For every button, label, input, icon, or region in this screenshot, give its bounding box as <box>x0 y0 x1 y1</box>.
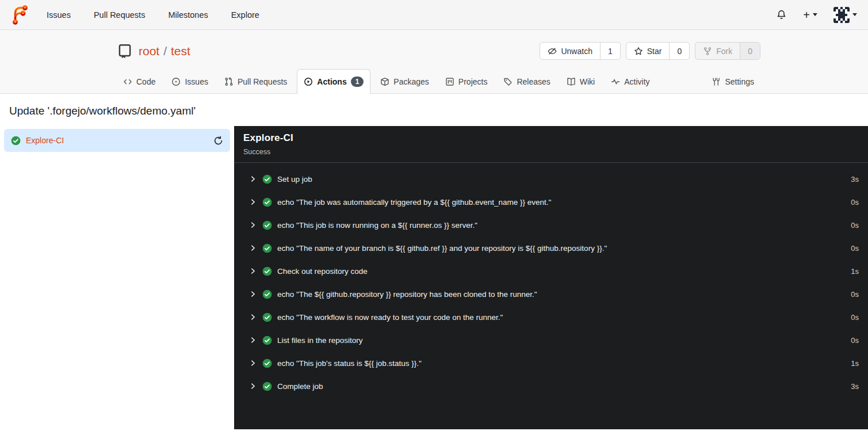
step-row[interactable]: Check out repository code 1s <box>249 260 859 283</box>
notifications-button[interactable] <box>776 9 787 20</box>
check-circle-icon <box>262 220 272 230</box>
step-name: List files in the repository <box>277 336 846 345</box>
chevron-right-icon <box>249 221 257 229</box>
tab-label: Releases <box>517 77 550 86</box>
tab-label: Pull Requests <box>238 77 287 86</box>
chevron-right-icon <box>249 198 257 206</box>
create-new-dropdown[interactable]: + <box>803 9 817 21</box>
forgejo-logo-icon[interactable] <box>11 5 29 25</box>
tab-projects[interactable]: Projects <box>439 70 494 93</box>
chevron-down-icon <box>813 13 817 16</box>
step-row[interactable]: Complete job 3s <box>249 375 859 398</box>
star-label: Star <box>647 47 662 56</box>
job-item-explore-ci[interactable]: Explore-CI <box>4 129 230 152</box>
step-duration: 3s <box>851 175 859 184</box>
step-row[interactable]: echo "The ${{ github.repository }} repos… <box>249 283 859 306</box>
book-open-icon <box>567 77 576 86</box>
repo-action-buttons: Unwatch 1 Star 0 <box>540 42 760 60</box>
repo-separator: / <box>163 44 167 58</box>
job-name: Explore-CI <box>26 136 208 145</box>
step-row[interactable]: echo "The job was automatically triggere… <box>249 190 859 213</box>
step-row[interactable]: List files in the repository 0s <box>249 329 859 352</box>
run-layout: Explore-CI Explore-CI Success Set up job… <box>0 126 868 429</box>
check-circle-icon <box>262 197 272 207</box>
issue-icon <box>171 77 181 86</box>
check-circle-icon <box>262 358 272 368</box>
user-menu-dropdown[interactable] <box>833 7 857 23</box>
nav-pull-requests[interactable]: Pull Requests <box>94 10 145 20</box>
unwatch-button[interactable]: Unwatch 1 <box>540 42 620 60</box>
chevron-down-icon <box>852 13 857 16</box>
tab-label: Code <box>136 77 155 86</box>
step-duration: 1s <box>851 359 859 368</box>
primary-nav: Issues Pull Requests Milestones Explore <box>47 10 259 20</box>
watch-count[interactable]: 1 <box>600 43 620 59</box>
step-name: echo "The name of your branch is ${{ git… <box>277 244 846 253</box>
step-row[interactable]: echo "The name of your branch is ${{ git… <box>249 237 859 260</box>
avatar <box>833 7 850 23</box>
repo-name-link[interactable]: test <box>171 44 190 58</box>
page-title: Update '.forgejo/workflows/demo.yaml' <box>9 105 859 117</box>
tab-code[interactable]: Code <box>117 70 162 93</box>
chevron-right-icon <box>249 359 257 367</box>
bell-icon <box>776 9 787 20</box>
nav-milestones[interactable]: Milestones <box>168 10 208 20</box>
tab-pull-requests[interactable]: Pull Requests <box>218 70 293 93</box>
tab-activity[interactable]: Activity <box>605 70 656 93</box>
check-circle-icon <box>262 174 272 184</box>
tab-packages[interactable]: Packages <box>374 70 435 93</box>
step-duration: 0s <box>851 244 859 253</box>
nav-issues[interactable]: Issues <box>47 10 71 20</box>
tab-settings[interactable]: Settings <box>705 70 760 93</box>
eye-slash-icon <box>548 47 557 56</box>
step-name: Set up job <box>277 175 846 184</box>
plus-icon: + <box>803 9 810 21</box>
tab-actions[interactable]: Actions 1 <box>297 69 370 94</box>
check-circle-icon <box>262 266 272 276</box>
step-duration: 0s <box>851 290 859 299</box>
repo-icon <box>117 43 133 59</box>
step-name: echo "The ${{ github.repository }} repos… <box>277 290 846 299</box>
rerun-sync-icon[interactable] <box>213 136 223 146</box>
steps-list: Set up job 3s echo "The job was automati… <box>234 163 868 398</box>
step-duration: 0s <box>851 313 859 322</box>
chevron-right-icon <box>249 267 257 275</box>
nav-explore[interactable]: Explore <box>231 10 259 20</box>
tab-issues[interactable]: Issues <box>165 70 214 93</box>
job-status-text: Success <box>243 148 859 156</box>
job-log-title: Explore-CI <box>243 132 859 144</box>
step-name: Complete job <box>277 382 846 391</box>
check-circle-icon <box>11 136 21 146</box>
project-icon <box>445 77 454 86</box>
step-duration: 0s <box>851 198 859 207</box>
step-row[interactable]: echo "This job's status is ${{ job.statu… <box>249 352 859 375</box>
top-navbar: Issues Pull Requests Milestones Explore … <box>0 0 868 30</box>
tab-label: Activity <box>624 77 649 86</box>
job-log-panel: Explore-CI Success Set up job 3s echo "T… <box>234 126 868 429</box>
tab-label: Packages <box>393 77 429 86</box>
pull-request-icon <box>224 77 234 86</box>
step-duration: 0s <box>851 336 859 345</box>
run-title-row: Update '.forgejo/workflows/demo.yaml' <box>0 94 868 126</box>
repo-tabs: Code Issues Pull Requests Actions 1 Pack… <box>117 69 760 93</box>
tab-releases[interactable]: Releases <box>497 70 556 93</box>
unwatch-label: Unwatch <box>561 47 592 56</box>
star-count[interactable]: 0 <box>669 43 689 59</box>
step-row[interactable]: echo "The workflow is now ready to test … <box>249 306 859 329</box>
tools-icon <box>712 77 721 86</box>
fork-count: 0 <box>740 43 760 59</box>
actions-count-badge: 1 <box>351 77 364 87</box>
repo-owner-link[interactable]: root <box>139 44 159 58</box>
chevron-right-icon <box>249 175 257 183</box>
step-row[interactable]: Set up job 3s <box>249 167 859 190</box>
repo-breadcrumb: root / test <box>139 44 190 58</box>
step-row[interactable]: echo "This job is now running on a ${{ r… <box>249 213 859 237</box>
chevron-right-icon <box>249 244 257 252</box>
step-duration: 3s <box>851 382 859 391</box>
tab-wiki[interactable]: Wiki <box>560 70 601 93</box>
tab-label: Issues <box>185 77 208 86</box>
star-button[interactable]: Star 0 <box>626 42 690 60</box>
package-icon <box>380 77 389 86</box>
pulse-icon <box>611 77 620 86</box>
fork-label: Fork <box>716 47 732 56</box>
